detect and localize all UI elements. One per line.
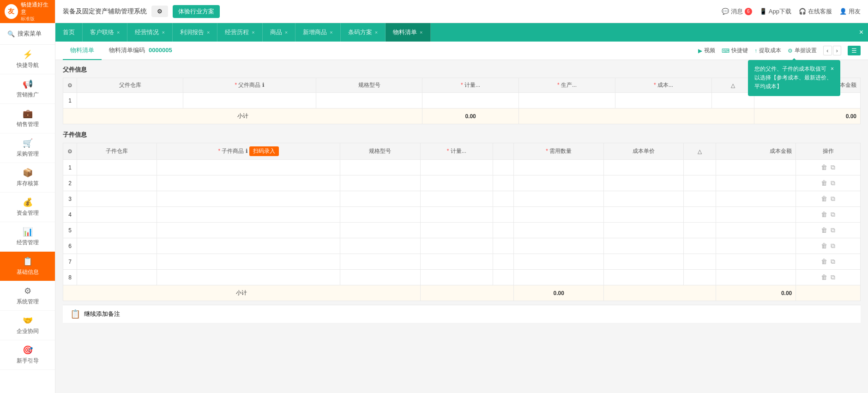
child-row-5-product[interactable] bbox=[157, 223, 340, 238]
tab-0[interactable]: 首页 bbox=[55, 23, 83, 42]
child-row-6-product[interactable] bbox=[157, 238, 340, 254]
delete-icon-1[interactable]: 🗑 bbox=[821, 163, 827, 171]
delete-icon-5[interactable]: 🗑 bbox=[821, 226, 827, 234]
tab-close-2[interactable]: × bbox=[162, 30, 164, 35]
list-view-btn[interactable]: ☰ bbox=[848, 46, 861, 55]
tooltip-close-btn[interactable]: × bbox=[831, 65, 834, 73]
copy-icon-2[interactable]: ⧉ bbox=[831, 179, 835, 187]
child-row-6-unit-cost[interactable] bbox=[604, 238, 684, 254]
child-row-6-spec[interactable] bbox=[340, 238, 420, 254]
sidebar-item-4[interactable]: 🛒采购管理 bbox=[0, 133, 55, 163]
child-row-5-qty[interactable] bbox=[514, 223, 604, 238]
tab-2[interactable]: 经营情况× bbox=[127, 23, 172, 42]
next-arrow[interactable]: › bbox=[833, 46, 841, 55]
tab-6[interactable]: 新增商品× bbox=[295, 23, 340, 42]
delete-icon-7[interactable]: 🗑 bbox=[821, 258, 827, 265]
tab-close-3[interactable]: × bbox=[207, 30, 210, 35]
copy-icon-3[interactable]: ⧉ bbox=[831, 195, 835, 202]
child-row-4-unit-cost[interactable] bbox=[604, 207, 684, 223]
sidebar-item-7[interactable]: 📊经营管理 bbox=[0, 222, 55, 252]
user-item[interactable]: 👤 用友 bbox=[839, 7, 861, 16]
tab-close-7[interactable]: × bbox=[375, 30, 378, 35]
prev-arrow[interactable]: ‹ bbox=[823, 46, 832, 55]
child-row-2-unit-cost[interactable] bbox=[604, 175, 684, 191]
parent-row-1-warehouse[interactable] bbox=[77, 93, 183, 109]
child-row-6-qty[interactable] bbox=[514, 238, 604, 254]
sidebar-item-3[interactable]: 💼销售管理 bbox=[0, 104, 55, 133]
child-row-1-unit-cost[interactable] bbox=[604, 160, 684, 175]
sidebar-item-1[interactable]: ⚡快捷导航 bbox=[0, 45, 55, 74]
tab-7[interactable]: 条码方案× bbox=[341, 23, 386, 42]
experience-btn[interactable]: 体验行业方案 bbox=[173, 5, 220, 18]
tab-close-5[interactable]: × bbox=[285, 30, 288, 35]
child-row-1-qty[interactable] bbox=[514, 160, 604, 175]
child-row-3-unit[interactable] bbox=[420, 191, 493, 207]
child-row-7-spec[interactable] bbox=[340, 254, 420, 270]
child-row-3-warehouse[interactable] bbox=[77, 191, 157, 207]
parent-row-1-unit[interactable] bbox=[422, 93, 519, 109]
child-row-7-qty[interactable] bbox=[514, 254, 604, 270]
delete-icon-3[interactable]: 🗑 bbox=[821, 195, 827, 202]
child-row-2-spec[interactable] bbox=[340, 175, 420, 191]
copy-icon-6[interactable]: ⧉ bbox=[831, 242, 835, 249]
child-row-4-qty[interactable] bbox=[514, 207, 604, 223]
child-row-3-unit-cost[interactable] bbox=[604, 191, 684, 207]
child-row-3-qty[interactable] bbox=[514, 191, 604, 207]
child-row-7-unit-cost[interactable] bbox=[604, 254, 684, 270]
child-row-1-warehouse[interactable] bbox=[77, 160, 157, 175]
app-download-item[interactable]: 📱 App下载 bbox=[760, 7, 791, 16]
child-row-4-warehouse[interactable] bbox=[77, 207, 157, 223]
child-row-5-spec[interactable] bbox=[340, 223, 420, 238]
tab-close-4[interactable]: × bbox=[252, 30, 254, 35]
tab-close-6[interactable]: × bbox=[330, 30, 332, 35]
message-item[interactable]: 💬 消息 6 bbox=[722, 7, 752, 16]
child-row-4-product[interactable] bbox=[157, 207, 340, 223]
subnav-item-material-list[interactable]: 物料清单 bbox=[63, 42, 102, 60]
sidebar-item-5[interactable]: 📦库存核算 bbox=[0, 163, 55, 193]
child-row-4-unit[interactable] bbox=[420, 207, 493, 223]
child-row-2-qty[interactable] bbox=[514, 175, 604, 191]
tab-1[interactable]: 客户联络× bbox=[83, 23, 127, 42]
tab-5[interactable]: 商品× bbox=[263, 23, 295, 42]
child-row-7-warehouse[interactable] bbox=[77, 254, 157, 270]
tab-close-all[interactable]: × bbox=[855, 28, 868, 36]
child-row-8-product[interactable] bbox=[157, 270, 340, 285]
child-row-6-unit[interactable] bbox=[420, 238, 493, 254]
parent-row-1-product[interactable] bbox=[183, 93, 316, 109]
tab-3[interactable]: 利润报告× bbox=[173, 23, 217, 42]
scan-btn[interactable]: 扫码录入 bbox=[249, 146, 279, 156]
delete-icon-4[interactable]: 🗑 bbox=[821, 211, 827, 218]
delete-icon-6[interactable]: 🗑 bbox=[821, 242, 827, 249]
parent-row-1-cost[interactable] bbox=[615, 93, 711, 109]
child-row-5-unit-cost[interactable] bbox=[604, 223, 684, 238]
delete-icon-2[interactable]: 🗑 bbox=[821, 179, 827, 187]
child-row-1-product[interactable] bbox=[157, 160, 340, 175]
tab-4[interactable]: 经营历程× bbox=[217, 23, 262, 42]
child-row-1-unit[interactable] bbox=[420, 160, 493, 175]
child-row-6-warehouse[interactable] bbox=[77, 238, 157, 254]
parent-row-1-spec[interactable] bbox=[316, 93, 422, 109]
copy-icon-8[interactable]: ⧉ bbox=[831, 273, 835, 281]
sidebar-item-2[interactable]: 📢营销推广 bbox=[0, 74, 55, 104]
child-row-5-warehouse[interactable] bbox=[77, 223, 157, 238]
doc-settings-action[interactable]: ⚙ 单据设置 bbox=[788, 47, 817, 54]
child-row-4-spec[interactable] bbox=[340, 207, 420, 223]
child-row-7-product[interactable] bbox=[157, 254, 340, 270]
tab-8[interactable]: 物料清单× bbox=[386, 23, 430, 42]
delete-icon-8[interactable]: 🗑 bbox=[821, 273, 827, 281]
parent-row-1-production[interactable] bbox=[519, 93, 615, 109]
copy-icon-5[interactable]: ⧉ bbox=[831, 226, 835, 234]
child-row-8-warehouse[interactable] bbox=[77, 270, 157, 285]
copy-icon-7[interactable]: ⧉ bbox=[831, 258, 835, 265]
search-menu-button[interactable]: 🔍 搜索菜单 bbox=[4, 27, 51, 41]
child-row-8-spec[interactable] bbox=[340, 270, 420, 285]
child-row-3-spec[interactable] bbox=[340, 191, 420, 207]
sidebar-item-11[interactable]: 🎯新手引导 bbox=[0, 340, 55, 370]
child-th-settings[interactable]: ⚙ bbox=[63, 143, 77, 160]
child-row-2-unit[interactable] bbox=[420, 175, 493, 191]
child-row-7-unit[interactable] bbox=[420, 254, 493, 270]
copy-icon-4[interactable]: ⧉ bbox=[831, 211, 835, 218]
child-row-5-unit[interactable] bbox=[420, 223, 493, 238]
child-row-8-qty[interactable] bbox=[514, 270, 604, 285]
child-row-2-warehouse[interactable] bbox=[77, 175, 157, 191]
